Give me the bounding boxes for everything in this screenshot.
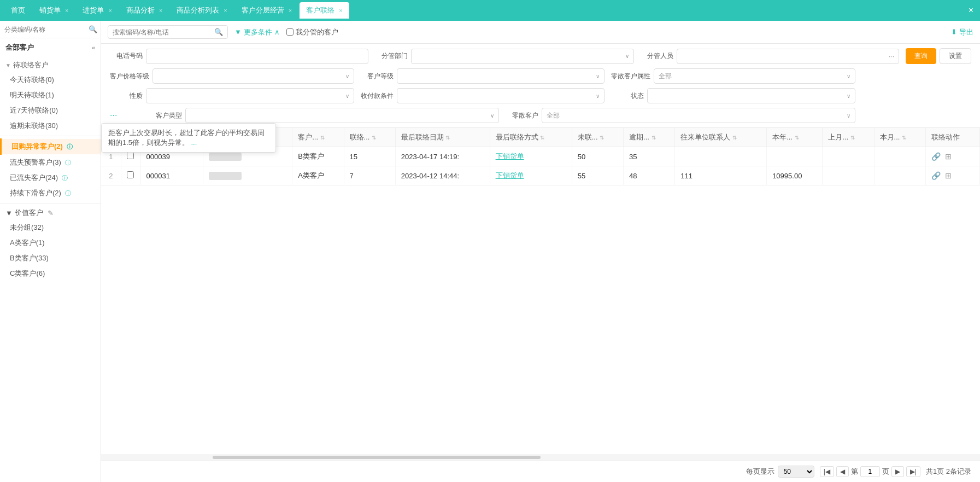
filter-payment-select[interactable]: ∨ bbox=[397, 88, 605, 103]
value-edit-icon[interactable]: ✎ bbox=[48, 209, 54, 217]
sidebar-item-tomorrow[interactable]: 明天待联络(1) bbox=[0, 88, 101, 103]
filter-row-2: 客户价格等级 ∨ 客户等级 ∨ 零散客户属性 全部 bbox=[110, 68, 971, 84]
row2-last-method[interactable]: 下销货单 bbox=[490, 166, 572, 185]
sidebar-search-icon[interactable]: 🔍 bbox=[89, 25, 97, 33]
sidebar-item-ungrouped[interactable]: 未分组(32) bbox=[0, 220, 101, 235]
table-row: 2 000031 A类客户 7 2023-04-12 14:44: 下 bbox=[101, 166, 980, 185]
filter-customer-tier-select[interactable]: ∨ bbox=[397, 68, 605, 84]
nav-home[interactable]: 首页 bbox=[4, 2, 32, 19]
sidebar-group-value[interactable]: ▼ 价值客户 ✎ bbox=[0, 206, 101, 220]
page-input[interactable] bbox=[860, 466, 880, 477]
col-header-contact-person[interactable]: 往来单位联系人 ⇅ bbox=[675, 128, 767, 147]
query-button[interactable]: 查询 bbox=[906, 48, 936, 64]
sidebar-item-repurchase[interactable]: 回购异常客户(2) ⓘ bbox=[2, 139, 101, 154]
sort-overdue-icon: ⇅ bbox=[652, 135, 656, 141]
sidebar-item-7days[interactable]: 近7天待联络(0) bbox=[0, 103, 101, 118]
filter-price-tier-select[interactable]: ∨ bbox=[152, 68, 354, 84]
close-customer-contact-icon[interactable]: × bbox=[339, 7, 342, 14]
col-header-uncontacted[interactable]: 未联... ⇅ bbox=[572, 128, 623, 147]
sidebar-search-input[interactable] bbox=[4, 26, 86, 33]
row2-last-method-link[interactable]: 下销货单 bbox=[496, 171, 524, 179]
per-page-select[interactable]: 10 20 50 100 bbox=[778, 466, 814, 478]
filter-customer-type-select[interactable]: ∨ bbox=[185, 108, 499, 123]
sidebar-all-customers[interactable]: 全部客户 « bbox=[0, 38, 101, 57]
info-icon-churned[interactable]: ⓘ bbox=[62, 175, 68, 181]
more-filter-btn[interactable]: ▼ 更多条件 ∧ bbox=[234, 27, 280, 37]
row1-name-blurred bbox=[209, 153, 242, 161]
filter-person-select[interactable]: ··· bbox=[677, 49, 899, 64]
nav-customer-tier[interactable]: 客户分层经营 × bbox=[235, 2, 298, 19]
filter-scatter-attr-select[interactable]: 全部 ∨ bbox=[654, 68, 855, 84]
nav-goods-analysis[interactable]: 商品分析 × bbox=[120, 2, 169, 19]
row2-link-icon[interactable]: 🔗 bbox=[931, 171, 941, 180]
nav-sales[interactable]: 销货单 × bbox=[33, 2, 75, 19]
search-bar: 🔍 ▼ 更多条件 ∧ 我分管的客户 ⬇ 导出 bbox=[101, 21, 980, 44]
info-icon-declining[interactable]: ⓘ bbox=[65, 190, 71, 196]
row1-last-method-link[interactable]: 下销货单 bbox=[496, 152, 524, 160]
row1-select-checkbox[interactable] bbox=[127, 152, 134, 159]
sort-type-icon: ⇅ bbox=[320, 135, 325, 141]
sidebar-item-b-class[interactable]: B类客户(33) bbox=[0, 251, 101, 266]
col-header-last-method[interactable]: 最后联络方式 ⇅ bbox=[490, 128, 572, 147]
prev-page-btn[interactable]: ◀ bbox=[836, 466, 849, 477]
sidebar-item-today[interactable]: 今天待联络(0) bbox=[0, 72, 101, 88]
sidebar-item-churn-warning[interactable]: 流失预警客户(3) ⓘ bbox=[0, 155, 101, 170]
sort-contact-count-icon: ⇅ bbox=[372, 135, 376, 141]
more-dots-icon[interactable]: ··· bbox=[110, 111, 117, 120]
sidebar-collapse-icon[interactable]: « bbox=[92, 44, 95, 51]
sidebar-item-a-class[interactable]: A类客户(1) bbox=[0, 235, 101, 251]
col-header-this-month[interactable]: 本月... ⇅ bbox=[874, 128, 925, 147]
filter-dept-label: 分管部门 bbox=[375, 51, 408, 61]
col-header-last-date[interactable]: 最后联络日期 ⇅ bbox=[395, 128, 490, 147]
filter-status-select[interactable]: ∨ bbox=[647, 88, 855, 103]
my-customer-checkbox[interactable] bbox=[286, 28, 294, 36]
filter-phone: 电话号码 bbox=[110, 49, 368, 64]
window-close-icon[interactable]: × bbox=[969, 5, 973, 15]
main-layout: 🔍 全部客户 « ▼ 待联络客户 今天待联络(0) 明天待联络(1) 近7天待联… bbox=[0, 21, 980, 482]
close-purchase-icon[interactable]: × bbox=[108, 7, 112, 14]
row1-link-icon[interactable]: 🔗 bbox=[931, 152, 941, 161]
set-button[interactable]: 设置 bbox=[940, 48, 971, 64]
row1-grid-icon[interactable]: ⊞ bbox=[945, 152, 952, 161]
h-scrollbar-thumb[interactable] bbox=[213, 456, 541, 459]
sidebar-item-overdue[interactable]: 逾期未联络(30) bbox=[0, 118, 101, 133]
nav-customer-contact[interactable]: 客户联络 × bbox=[300, 2, 349, 19]
close-goods-analysis-icon[interactable]: × bbox=[159, 7, 162, 14]
my-customer-checkbox-wrap[interactable]: 我分管的客户 bbox=[286, 27, 338, 37]
export-icon: ⬇ bbox=[951, 28, 957, 36]
search-input[interactable] bbox=[113, 28, 211, 36]
col-header-contact-count[interactable]: 联络... ⇅ bbox=[344, 128, 395, 147]
nav-goods-list[interactable]: 商品分析列表 × bbox=[170, 2, 233, 19]
col-header-last-month[interactable]: 上月... ⇅ bbox=[823, 128, 874, 147]
info-icon-churn-warning[interactable]: ⓘ bbox=[65, 159, 71, 166]
nav-purchase[interactable]: 进货单 × bbox=[76, 2, 118, 19]
table-wrap: ⚙ 客户编码 ⇅ 客户名称 ⇅ bbox=[101, 128, 980, 454]
filter-nature-select[interactable]: ∨ bbox=[146, 88, 354, 103]
close-sales-icon[interactable]: × bbox=[65, 7, 68, 14]
export-btn[interactable]: ⬇ 导出 bbox=[951, 27, 973, 37]
tooltip-more[interactable]: ... bbox=[191, 138, 197, 147]
filter-dept-select[interactable]: ∨ bbox=[411, 49, 633, 64]
row1-last-method[interactable]: 下销货单 bbox=[490, 147, 572, 166]
close-goods-list-icon[interactable]: × bbox=[224, 7, 227, 14]
nature-arrow-icon: ∨ bbox=[345, 93, 349, 99]
info-icon-repurchase[interactable]: ⓘ bbox=[67, 143, 73, 150]
next-page-btn[interactable]: ▶ bbox=[891, 466, 904, 477]
first-page-btn[interactable]: |◀ bbox=[820, 466, 834, 477]
search-icon[interactable]: 🔍 bbox=[214, 28, 223, 36]
close-customer-tier-icon[interactable]: × bbox=[289, 7, 292, 14]
col-header-type[interactable]: 客户... ⇅ bbox=[292, 128, 344, 147]
filter-scatter-customer-select[interactable]: 全部 ∨ bbox=[542, 108, 855, 123]
row2-grid-icon[interactable]: ⊞ bbox=[945, 171, 952, 180]
sidebar-group-pending[interactable]: ▼ 待联络客户 bbox=[0, 57, 101, 72]
row2-select-checkbox[interactable] bbox=[127, 171, 134, 178]
h-scrollbar[interactable] bbox=[101, 454, 980, 461]
col-header-this-year[interactable]: 本年... ⇅ bbox=[767, 128, 823, 147]
col-header-overdue[interactable]: 逾期... ⇅ bbox=[624, 128, 675, 147]
sidebar-item-c-class[interactable]: C类客户(6) bbox=[0, 266, 101, 281]
filter-phone-input[interactable] bbox=[146, 49, 368, 64]
last-page-btn[interactable]: ▶| bbox=[906, 466, 920, 477]
sidebar-item-declining[interactable]: 持续下滑客户(2) ⓘ bbox=[0, 185, 101, 201]
sidebar-item-churned[interactable]: 已流失客户(24) ⓘ bbox=[0, 170, 101, 185]
sort-last-method-icon: ⇅ bbox=[540, 135, 544, 141]
